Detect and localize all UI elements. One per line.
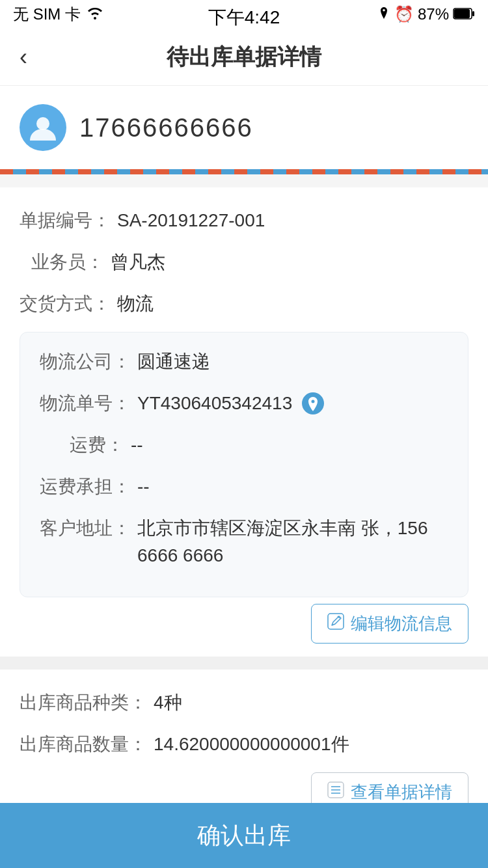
detail-icon: [327, 781, 344, 803]
product-types-label: 出库商品种类：: [20, 689, 154, 716]
freight-value: --: [131, 431, 448, 459]
sales-person-label: 业务员：: [20, 249, 111, 276]
freight-row: 运费： --: [40, 431, 448, 459]
svg-point-3: [36, 117, 49, 130]
wifi-icon: [86, 5, 104, 23]
carrier-label: 无 SIM 卡: [13, 4, 81, 25]
confirm-button[interactable]: 确认出库: [0, 803, 488, 868]
battery-icon: [453, 5, 475, 23]
product-quantity-label: 出库商品数量：: [20, 731, 154, 758]
freight-bear-row: 运费承担： --: [40, 473, 448, 500]
sales-person-row: 业务员： 曾凡杰: [20, 249, 468, 276]
user-phone: 17666666666: [79, 113, 253, 142]
user-section: 17666666666: [0, 86, 488, 169]
view-detail-label: 查看单据详情: [351, 781, 452, 804]
section-divider: [0, 657, 488, 670]
order-no-value: SA-20191227-001: [117, 207, 468, 234]
product-section: 出库商品种类： 4种 出库商品数量： 14.620000000000001件 查…: [0, 670, 488, 825]
tracking-no-row: 物流单号： YT43064053424​13: [40, 390, 448, 417]
back-button[interactable]: ‹: [20, 44, 59, 71]
product-types-value: 4种: [154, 689, 468, 716]
sales-person-value: 曾凡杰: [111, 249, 468, 276]
edit-logistics-section: 编辑物流信息: [20, 604, 468, 644]
svg-rect-5: [328, 614, 344, 629]
status-bar: 无 SIM 卡 下午4:42 ⏰ 87%: [0, 0, 488, 29]
edit-icon: [327, 613, 344, 634]
order-no-label: 单据编号：: [20, 207, 117, 234]
alarm-icon: ⏰: [394, 5, 414, 23]
logistics-card: 物流公司： 圆通速递 物流单号： YT43064053424​13 运费：: [20, 332, 468, 597]
location-status-icon: [377, 5, 390, 23]
status-left: 无 SIM 卡: [13, 4, 104, 25]
address-row: 客户地址： 北京市市辖区海淀区永丰南 张，156 6666 6666: [40, 515, 448, 569]
order-no-row: 单据编号： SA-20191227-001: [20, 207, 468, 234]
product-types-row: 出库商品种类： 4种: [20, 689, 468, 716]
freight-bear-label: 运费承担：: [40, 473, 137, 500]
delivery-method-value: 物流: [117, 290, 468, 318]
nav-title: 待出库单据详情: [167, 42, 321, 72]
tracking-no-label: 物流单号：: [40, 390, 137, 417]
logistics-company-value: 圆通速递: [137, 348, 448, 375]
tracking-location-icon[interactable]: [301, 392, 325, 415]
status-right: ⏰ 87%: [377, 5, 475, 23]
tracking-no-value: YT43064053424​13: [137, 390, 448, 417]
svg-rect-1: [454, 9, 470, 18]
edit-logistics-button[interactable]: 编辑物流信息: [311, 604, 468, 644]
delivery-method-row: 交货方式： 物流: [20, 290, 468, 318]
nav-bar: ‹ 待出库单据详情: [0, 29, 488, 86]
address-value: 北京市市辖区海淀区永丰南 张，156 6666 6666: [137, 515, 448, 569]
edit-logistics-label: 编辑物流信息: [351, 612, 452, 635]
dashed-divider: [0, 169, 488, 174]
delivery-method-label: 交货方式：: [20, 290, 117, 318]
order-info-section: 单据编号： SA-20191227-001 业务员： 曾凡杰 交货方式： 物流 …: [0, 187, 488, 657]
battery-label: 87%: [418, 5, 449, 23]
freight-bear-value: --: [137, 473, 448, 500]
svg-rect-2: [472, 11, 474, 16]
confirm-label: 确认出库: [197, 820, 291, 852]
freight-label: 运费：: [40, 431, 131, 459]
product-quantity-value: 14.620000000000001件: [154, 731, 468, 758]
address-label: 客户地址：: [40, 515, 137, 542]
logistics-company-label: 物流公司：: [40, 348, 137, 375]
user-avatar: [20, 104, 66, 151]
product-quantity-row: 出库商品数量： 14.620000000000001件: [20, 731, 468, 758]
logistics-company-row: 物流公司： 圆通速递: [40, 348, 448, 375]
status-time: 下午4:42: [208, 5, 280, 30]
